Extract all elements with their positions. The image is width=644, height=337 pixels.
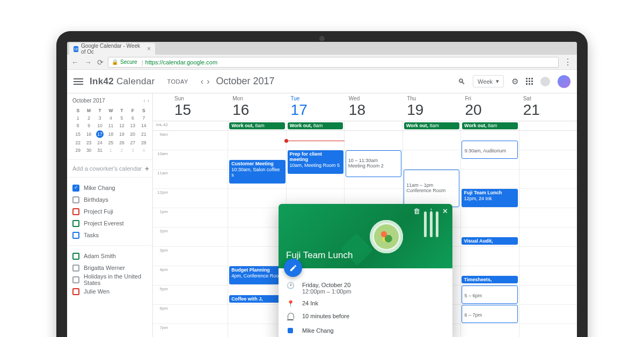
plus-icon[interactable]: + bbox=[145, 164, 149, 173]
nav-forward-icon[interactable]: → bbox=[84, 58, 92, 67]
grid-cell[interactable] bbox=[460, 324, 518, 337]
checkbox-icon[interactable] bbox=[72, 208, 79, 215]
grid-cell[interactable] bbox=[170, 150, 228, 169]
event-block[interactable]: Customer Meeting10:30am, Salon coffee s bbox=[229, 160, 285, 184]
calendar-item[interactable]: Tasks bbox=[72, 229, 149, 241]
grid-cell[interactable] bbox=[170, 131, 228, 150]
search-icon[interactable]: 🔍︎ bbox=[458, 77, 465, 86]
grid-cell[interactable] bbox=[519, 189, 577, 208]
event-block[interactable]: Project Everest Kickoff11am – 1pmConfere… bbox=[404, 170, 459, 207]
mini-calendar[interactable]: SMTWTFS123456789101112131415161718192021… bbox=[72, 107, 149, 154]
allday-cell[interactable]: Work out, 8am bbox=[228, 121, 286, 130]
grid-cell[interactable] bbox=[170, 285, 228, 304]
delete-icon[interactable]: 🗑 bbox=[413, 207, 420, 215]
grid-cell[interactable] bbox=[519, 131, 577, 150]
address-bar[interactable]: 🔒 Secure | https://calendar.google.com bbox=[108, 57, 559, 68]
nav-back-icon[interactable]: ← bbox=[71, 58, 79, 67]
event-block[interactable]: Prep for client meeting10am, Meeting Roo… bbox=[288, 150, 343, 174]
hamburger-icon[interactable] bbox=[74, 78, 83, 85]
tab-close-icon[interactable]: × bbox=[147, 45, 151, 53]
grid-cell[interactable] bbox=[170, 208, 228, 227]
grid-cell[interactable] bbox=[170, 170, 228, 188]
day-header[interactable]: Wed18 bbox=[345, 93, 402, 121]
day-header[interactable]: Fri20 bbox=[460, 93, 518, 121]
grid-cell[interactable] bbox=[519, 305, 577, 324]
grid-cell[interactable] bbox=[519, 266, 577, 285]
grid-cell[interactable] bbox=[170, 266, 228, 285]
avatar[interactable] bbox=[558, 75, 570, 88]
grid-cell[interactable] bbox=[228, 324, 286, 337]
event-block[interactable]: Do not schedule6 – 7pm bbox=[462, 305, 517, 323]
checkbox-icon[interactable] bbox=[72, 196, 79, 203]
apps-icon[interactable] bbox=[526, 78, 533, 85]
calendar-item[interactable]: Brigatta Werner bbox=[72, 262, 149, 274]
grid-cell[interactable] bbox=[519, 285, 577, 304]
grid-cell[interactable] bbox=[228, 228, 286, 246]
notifications-icon[interactable] bbox=[540, 77, 550, 86]
checkbox-icon[interactable] bbox=[72, 220, 79, 227]
allday-cell[interactable]: Work out, 8am bbox=[286, 121, 344, 130]
day-header[interactable]: Tue17 bbox=[287, 93, 345, 121]
grid-cell[interactable] bbox=[519, 247, 577, 266]
event-block[interactable]: Timesheets,4:30pm bbox=[462, 276, 517, 283]
day-header[interactable]: Sat21 bbox=[519, 93, 577, 121]
checkbox-icon[interactable] bbox=[72, 265, 79, 272]
allday-cell[interactable] bbox=[344, 121, 402, 130]
grid-cell[interactable] bbox=[402, 150, 460, 169]
edit-fab-button[interactable] bbox=[284, 259, 302, 277]
next-period-icon[interactable]: › bbox=[207, 77, 209, 86]
checkbox-icon[interactable] bbox=[72, 276, 79, 283]
grid-cell[interactable] bbox=[228, 208, 286, 227]
calendar-item[interactable]: Holidays in the United States bbox=[72, 274, 149, 285]
nav-reload-icon[interactable]: ⟳ bbox=[97, 58, 104, 67]
grid-cell[interactable] bbox=[519, 150, 577, 169]
day-header[interactable]: Mon16 bbox=[228, 93, 286, 121]
grid-cell[interactable] bbox=[402, 131, 460, 150]
allday-cell[interactable] bbox=[170, 121, 228, 130]
grid-cell[interactable] bbox=[286, 131, 344, 150]
event-chip[interactable]: Work out, 8am bbox=[229, 122, 284, 129]
gear-icon[interactable]: ⚙ bbox=[511, 77, 518, 86]
event-block[interactable]: HOLD: Fuji Sync Prep10 – 11:30amMeeting … bbox=[346, 150, 401, 177]
allday-cell[interactable]: Work out, 8am bbox=[460, 121, 518, 130]
browser-tab[interactable]: 16 Google Calendar - Week of Oc × bbox=[69, 43, 155, 55]
add-calendar-input[interactable]: Add a coworker's calendar + bbox=[67, 159, 152, 178]
day-header[interactable]: Sun15 bbox=[170, 93, 228, 121]
event-chip[interactable]: Work out, 8am bbox=[288, 122, 343, 129]
checkbox-icon[interactable] bbox=[72, 288, 79, 295]
event-chip[interactable]: Work out, 8am bbox=[404, 122, 459, 129]
event-block[interactable]: Budget Planning4pm, Conference Room bbox=[229, 266, 285, 284]
grid-cell[interactable] bbox=[460, 208, 518, 227]
checkbox-icon[interactable] bbox=[72, 185, 79, 192]
grid-cell[interactable] bbox=[170, 305, 228, 324]
grid-cell[interactable] bbox=[228, 305, 286, 324]
prev-period-icon[interactable]: ‹ bbox=[201, 77, 203, 86]
grid-cell[interactable] bbox=[170, 228, 228, 246]
event-block[interactable]: Coffee with J,5:30pm bbox=[229, 295, 285, 303]
grid-cell[interactable] bbox=[519, 228, 577, 246]
grid-cell[interactable] bbox=[519, 170, 577, 188]
grid-cell[interactable] bbox=[519, 208, 577, 227]
grid-cell[interactable] bbox=[170, 324, 228, 337]
event-block[interactable]: Visual Audit,2:30pm bbox=[462, 237, 517, 245]
grid-cell[interactable] bbox=[519, 324, 577, 337]
grid-cell[interactable] bbox=[344, 131, 402, 150]
grid-cell[interactable] bbox=[460, 170, 518, 188]
allday-cell[interactable] bbox=[519, 121, 577, 130]
checkbox-icon[interactable] bbox=[72, 232, 79, 239]
grid-cell[interactable] bbox=[170, 247, 228, 266]
grid-cell[interactable] bbox=[460, 247, 518, 266]
grid-cell[interactable] bbox=[228, 189, 286, 208]
event-block[interactable]: Breakfast talks9:30am, Auditorium bbox=[462, 141, 517, 159]
view-dropdown[interactable]: Week▾ bbox=[473, 75, 504, 87]
event-block[interactable]: TGIF5 – 6pm bbox=[462, 285, 517, 304]
calendar-item[interactable]: Adam Smith bbox=[72, 250, 149, 262]
mini-prev-icon[interactable]: ‹ bbox=[143, 98, 145, 104]
checkbox-icon[interactable] bbox=[72, 253, 79, 260]
calendar-item[interactable]: Mike Chang bbox=[72, 182, 149, 194]
calendar-item[interactable]: Birthdays bbox=[72, 194, 149, 206]
close-icon[interactable]: ✕ bbox=[442, 207, 448, 215]
event-chip[interactable]: Work out, 8am bbox=[462, 122, 517, 129]
day-header[interactable]: Thu19 bbox=[402, 93, 460, 121]
grid-cell[interactable] bbox=[170, 189, 228, 208]
